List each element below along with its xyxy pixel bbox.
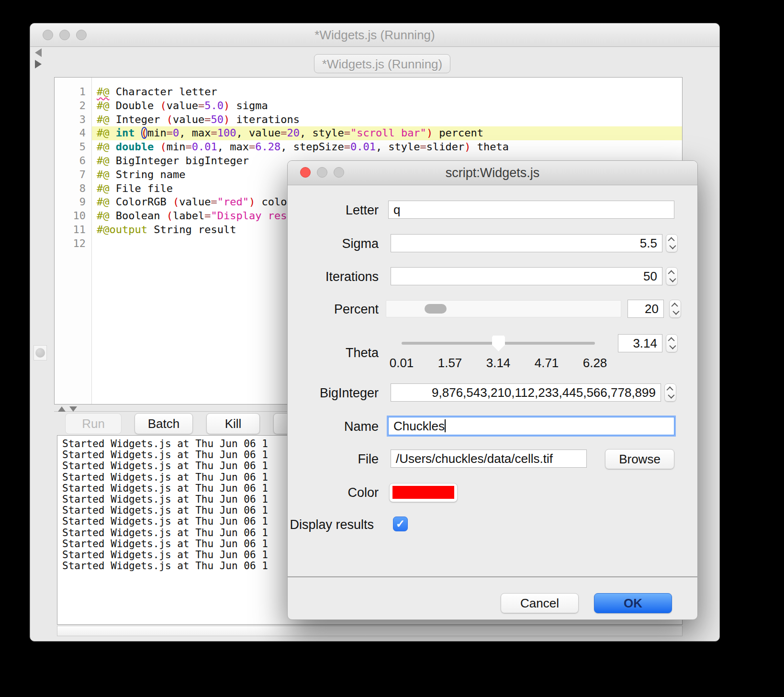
letter-field[interactable]: q <box>388 201 674 219</box>
file-row: File /Users/chuckles/data/cells.tif Brow… <box>288 450 697 469</box>
file-field[interactable]: /Users/chuckles/data/cells.tif <box>391 450 587 468</box>
iterations-row: Iterations 50 <box>288 267 697 286</box>
spinner-down-icon[interactable] <box>669 243 676 249</box>
dialog-title: script:Widgets.js <box>288 161 697 185</box>
theta-tick-label: 4.71 <box>535 356 559 371</box>
color-label: Color <box>288 483 379 502</box>
iterations-spinner[interactable] <box>666 267 678 285</box>
kill-button[interactable]: Kill <box>206 413 260 434</box>
tab-widgets-js[interactable]: *Widgets.js (Running) <box>314 54 450 73</box>
line-number: 2 <box>55 99 91 113</box>
file-label: File <box>288 450 379 469</box>
theta-row: Theta 0.011.573.144.716.28 3.14 <box>288 336 697 374</box>
name-label: Name <box>288 417 379 436</box>
line-number: 12 <box>55 237 91 251</box>
biginteger-row: BigInteger 9,876,543,210,112,233,445,566… <box>288 383 697 403</box>
biginteger-spinner[interactable] <box>664 383 676 402</box>
theta-slider-thumb[interactable] <box>492 336 505 351</box>
percent-row: Percent 20 <box>288 300 697 319</box>
percent-field[interactable]: 20 <box>627 300 664 318</box>
line-number: 6 <box>55 154 91 168</box>
percent-spinner[interactable] <box>669 300 681 318</box>
code-line[interactable]: #@ int (min=0, max=100, value=20, style=… <box>92 126 682 140</box>
theta-field[interactable]: 3.14 <box>618 334 662 352</box>
code-line[interactable]: #@ Character letter <box>92 85 682 99</box>
browse-button[interactable]: Browse <box>605 449 674 469</box>
iterations-label: Iterations <box>288 267 379 286</box>
knob-dot-icon <box>35 348 45 358</box>
theta-tick-label: 6.28 <box>583 356 607 371</box>
dialog-titlebar[interactable]: script:Widgets.js <box>288 161 697 185</box>
script-widgets-dialog: script:Widgets.js Letter q Sigma 5.5 Ite… <box>287 160 698 620</box>
letter-row: Letter q <box>288 201 697 220</box>
ok-button[interactable]: OK <box>594 593 672 613</box>
code-line[interactable]: #@ Integer (value=50) iterations <box>92 113 682 127</box>
sigma-row: Sigma 5.5 <box>288 234 697 253</box>
name-value: Chuckles <box>393 419 445 433</box>
iterations-field[interactable]: 50 <box>391 267 662 285</box>
sigma-field[interactable]: 5.5 <box>391 234 662 252</box>
line-number: 11 <box>55 223 91 237</box>
spinner-down-icon[interactable] <box>669 343 676 349</box>
splitter-collapse-down-icon[interactable] <box>69 406 77 412</box>
percent-scrollbar-thumb[interactable] <box>425 304 447 314</box>
theta-tick-label: 1.57 <box>438 356 462 371</box>
display-results-row: Display results ✓ <box>288 515 697 534</box>
line-number: 1 <box>55 85 91 99</box>
tab-scroll-left-icon[interactable] <box>35 48 42 57</box>
color-swatch-fill <box>392 486 454 499</box>
letter-label: Letter <box>288 201 379 220</box>
code-line[interactable]: #@ Double (value=5.0) sigma <box>92 99 682 113</box>
percent-label: Percent <box>288 300 379 319</box>
name-row: Name Chuckles <box>288 417 697 436</box>
color-swatch-button[interactable] <box>389 483 458 502</box>
sigma-spinner[interactable] <box>666 234 678 252</box>
spinner-down-icon[interactable] <box>669 276 676 282</box>
line-number-gutter: 123456789101112 <box>55 78 92 404</box>
line-number: 9 <box>55 195 91 209</box>
dialog-body: Letter q Sigma 5.5 Iterations 50 <box>288 185 697 620</box>
theta-tick-labels: 0.011.573.144.716.28 <box>402 356 595 371</box>
theta-tick-label: 3.14 <box>486 356 511 371</box>
display-results-label: Display results <box>287 515 374 534</box>
spinner-down-icon[interactable] <box>672 308 679 315</box>
color-row: Color <box>288 483 697 502</box>
line-number: 4 <box>55 126 91 140</box>
window-title: *Widgets.js (Running) <box>30 23 719 46</box>
line-number: 8 <box>55 182 91 196</box>
line-number: 3 <box>55 113 91 127</box>
theta-tick-label: 0.01 <box>390 356 414 371</box>
tab-scroll-right-icon[interactable] <box>35 60 42 68</box>
splitter-collapse-up-icon[interactable] <box>58 406 66 412</box>
line-number: 7 <box>55 168 91 182</box>
dialog-footer-divider <box>288 576 697 577</box>
cancel-button[interactable]: Cancel <box>501 593 579 613</box>
theta-spinner[interactable] <box>666 334 678 352</box>
run-button[interactable]: Run <box>65 413 122 434</box>
sidebar-splitter-knob[interactable] <box>34 345 47 360</box>
code-line[interactable]: #@ double (min=0.01, max=6.28, stepSize=… <box>92 140 682 154</box>
biginteger-label: BigInteger <box>288 383 379 403</box>
status-bar <box>57 626 683 636</box>
name-field[interactable]: Chuckles <box>388 417 674 435</box>
display-results-checkbox[interactable]: ✓ <box>393 517 408 531</box>
batch-button[interactable]: Batch <box>134 413 193 434</box>
line-number: 5 <box>55 140 91 154</box>
window-titlebar[interactable]: *Widgets.js (Running) <box>30 23 719 47</box>
screen: *Widgets.js (Running) *Widgets.js (Runni… <box>0 0 784 697</box>
percent-scrollbar[interactable] <box>386 300 621 317</box>
line-number: 10 <box>55 209 91 223</box>
biginteger-field[interactable]: 9,876,543,210,112,233,445,566,778,899 <box>391 383 661 402</box>
sigma-label: Sigma <box>288 234 379 253</box>
text-caret <box>445 419 446 432</box>
spinner-down-icon[interactable] <box>668 392 674 399</box>
theta-label: Theta <box>288 343 379 362</box>
